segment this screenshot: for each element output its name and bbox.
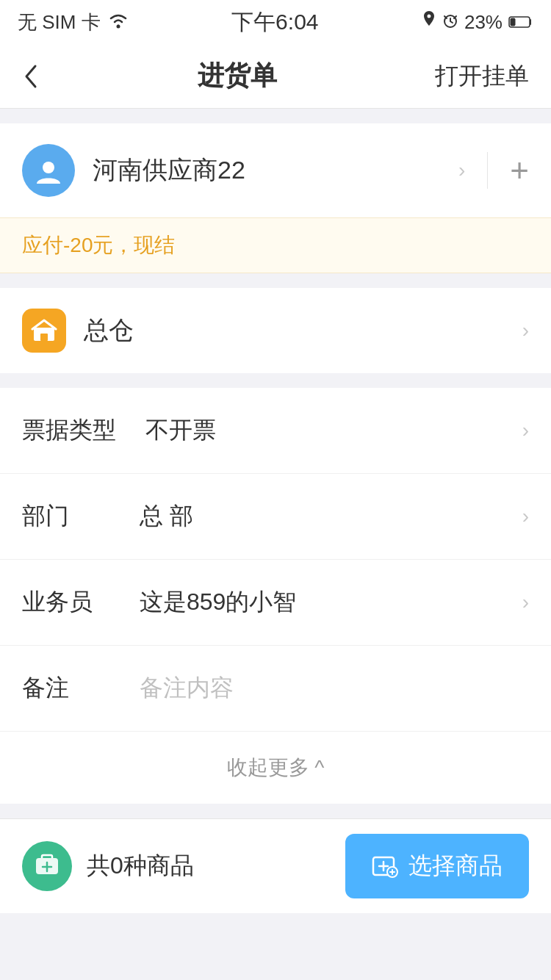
battery-label: 23% <box>464 11 503 34</box>
supplier-section: 河南供应商22 › + 应付-20元，现结 <box>0 123 551 273</box>
invoice-type-row[interactable]: 票据类型 不开票 › <box>0 388 551 474</box>
supplier-divider <box>487 152 488 189</box>
section-gap-1 <box>0 109 551 123</box>
invoice-type-chevron-icon: › <box>522 419 529 442</box>
supplier-row[interactable]: 河南供应商22 › + <box>0 123 551 217</box>
add-supplier-button[interactable]: + <box>510 152 529 189</box>
collapse-button[interactable]: 收起更多 ^ <box>0 732 551 804</box>
notice-text: 应付-20元，现结 <box>22 234 175 256</box>
svg-rect-6 <box>40 334 48 341</box>
section-gap-4 <box>0 804 551 818</box>
status-bar: 无 SIM 卡 下午6:04 23% <box>0 0 551 44</box>
salesperson-row[interactable]: 业务员 这是859的小智 › <box>0 560 551 646</box>
status-right: 23% <box>422 11 533 34</box>
salesperson-chevron-icon: › <box>522 591 529 614</box>
remark-label: 备注 <box>22 672 110 705</box>
open-pending-button[interactable]: 打开挂单 <box>435 60 529 93</box>
product-count-label: 共0种商品 <box>87 850 345 882</box>
product-bar: 共0种商品 选择商品 <box>0 818 551 913</box>
select-product-label: 选择商品 <box>408 850 503 882</box>
svg-rect-3 <box>510 18 515 26</box>
department-chevron-icon: › <box>522 505 529 528</box>
page-title: 进货单 <box>198 58 277 94</box>
svg-point-4 <box>43 162 54 173</box>
supplier-name: 河南供应商22 <box>93 154 458 187</box>
battery-icon <box>508 11 533 34</box>
warehouse-chevron-icon: › <box>522 319 529 342</box>
collapse-label: 收起更多 ^ <box>227 754 325 782</box>
invoice-type-label: 票据类型 <box>22 414 116 447</box>
salesperson-label: 业务员 <box>22 586 110 619</box>
warehouse-icon-wrap <box>22 309 66 353</box>
department-label: 部门 <box>22 500 110 533</box>
form-section: 票据类型 不开票 › 部门 总 部 › 业务员 这是859的小智 › 备注 备注… <box>0 388 551 804</box>
location-icon <box>422 11 436 34</box>
status-left: 无 SIM 卡 <box>18 10 129 35</box>
remark-input[interactable]: 备注内容 <box>140 672 529 705</box>
warehouse-row[interactable]: 总仓 › <box>0 288 551 373</box>
status-time: 下午6:04 <box>231 7 318 37</box>
department-row[interactable]: 部门 总 部 › <box>0 474 551 560</box>
wifi-icon <box>108 11 129 34</box>
department-value: 总 部 <box>140 500 522 533</box>
remark-row[interactable]: 备注 备注内容 <box>0 646 551 731</box>
select-product-icon <box>372 853 398 879</box>
invoice-type-value: 不开票 <box>145 414 522 447</box>
product-icon-wrap <box>22 841 72 891</box>
alarm-icon <box>442 11 458 34</box>
warehouse-section: 总仓 › <box>0 288 551 373</box>
nav-bar: 进货单 打开挂单 <box>0 44 551 109</box>
svg-point-0 <box>116 24 120 28</box>
section-gap-3 <box>0 373 551 388</box>
back-button[interactable] <box>22 60 40 93</box>
select-product-button[interactable]: 选择商品 <box>345 834 529 898</box>
section-gap-2 <box>0 273 551 288</box>
bottom-fill <box>0 913 551 980</box>
salesperson-value: 这是859的小智 <box>140 586 522 619</box>
notice-banner: 应付-20元，现结 <box>0 217 551 273</box>
supplier-avatar <box>22 144 75 197</box>
warehouse-name: 总仓 <box>84 314 522 347</box>
carrier-label: 无 SIM 卡 <box>18 10 101 35</box>
supplier-chevron-icon: › <box>458 159 465 182</box>
